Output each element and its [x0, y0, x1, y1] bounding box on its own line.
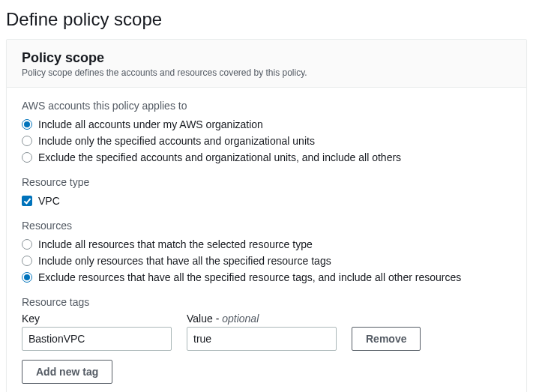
resources-option-label[interactable]: Include all resources that match the sel…: [38, 238, 313, 250]
tag-row: Key Value - optional Remove: [22, 313, 511, 351]
resources-radio-include-all[interactable]: [22, 239, 32, 250]
accounts-option-row[interactable]: Include all accounts under my AWS organi…: [22, 116, 511, 133]
accounts-radio-exclude[interactable]: [22, 152, 32, 163]
resource-type-section-label: Resource type: [22, 176, 511, 188]
tag-value-label-prefix: Value -: [187, 313, 222, 325]
resource-type-row[interactable]: VPC: [22, 193, 511, 209]
remove-tag-button[interactable]: Remove: [352, 327, 421, 351]
tag-value-column: Value - optional: [187, 313, 337, 351]
tag-key-input[interactable]: [22, 327, 172, 351]
accounts-radio-include-all[interactable]: [22, 119, 32, 130]
resources-option-label[interactable]: Exclude resources that have all the spec…: [38, 271, 461, 283]
policy-scope-panel: Policy scope Policy scope defines the ac…: [6, 39, 527, 392]
resource-type-vpc-label[interactable]: VPC: [38, 195, 60, 207]
resources-radio-include-tagged[interactable]: [22, 256, 32, 266]
resources-section-label: Resources: [22, 220, 511, 232]
add-tag-row: Add new tag: [22, 360, 511, 384]
panel-title: Policy scope: [22, 50, 511, 66]
resource-tags-section-label: Resource tags: [22, 296, 511, 308]
accounts-option-row[interactable]: Exclude the specified accounts and organ…: [22, 149, 511, 166]
panel-header: Policy scope Policy scope defines the ac…: [7, 40, 526, 88]
resources-option-row[interactable]: Include only resources that have all the…: [22, 253, 511, 269]
tag-value-label-optional: optional: [222, 313, 259, 325]
accounts-option-label[interactable]: Include only the specified accounts and …: [38, 135, 315, 147]
tag-value-input[interactable]: [187, 327, 337, 351]
resources-option-row[interactable]: Exclude resources that have all the spec…: [22, 269, 511, 286]
tag-value-label: Value - optional: [187, 313, 337, 325]
tag-remove-column: Remove: [352, 327, 421, 351]
panel-description: Policy scope defines the accounts and re…: [22, 67, 511, 78]
accounts-option-label[interactable]: Include all accounts under my AWS organi…: [38, 118, 263, 130]
accounts-option-row[interactable]: Include only the specified accounts and …: [22, 133, 511, 149]
add-new-tag-button[interactable]: Add new tag: [22, 360, 112, 384]
resource-type-vpc-checkbox[interactable]: [22, 196, 32, 206]
panel-body: AWS accounts this policy applies to Incl…: [7, 88, 526, 392]
page-title: Define policy scope: [6, 9, 527, 30]
accounts-option-label[interactable]: Exclude the specified accounts and organ…: [38, 151, 401, 163]
accounts-section-label: AWS accounts this policy applies to: [22, 100, 511, 112]
tag-key-column: Key: [22, 313, 172, 351]
resources-option-label[interactable]: Include only resources that have all the…: [38, 255, 331, 267]
accounts-radio-include-only[interactable]: [22, 136, 32, 146]
resources-radio-exclude-tagged[interactable]: [22, 272, 32, 283]
tag-key-label: Key: [22, 313, 172, 325]
resources-option-row[interactable]: Include all resources that match the sel…: [22, 236, 511, 253]
